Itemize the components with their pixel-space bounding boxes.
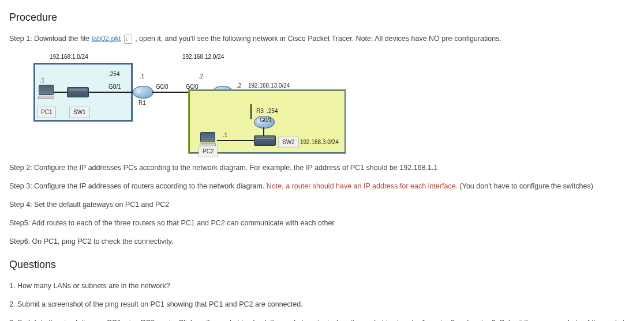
- step5-line: Step5: Add routes to each of the three r…: [9, 217, 635, 229]
- link-sw2-pc2: [217, 140, 254, 141]
- pc2-label: PC2: [199, 146, 218, 157]
- r1-g01-label: G0/1: [108, 82, 121, 92]
- pc2-icon: [200, 132, 216, 146]
- question-2: 2. Submit a screenshot of the ping resul…: [9, 299, 635, 310]
- sw1-label: SW1: [69, 107, 90, 118]
- link-r2-r3-v: [250, 104, 252, 119]
- pc2-ip-label: .1: [223, 131, 227, 140]
- question-1: 1. How many LANs or subnets are in the n…: [9, 280, 635, 292]
- download-icon[interactable]: [124, 35, 132, 44]
- r1-label: R1: [138, 99, 146, 108]
- pc1-icon: [38, 85, 54, 99]
- pc1-label: PC1: [37, 107, 56, 118]
- questions-heading: Questions: [9, 256, 635, 273]
- step3-line: Step 3: Configure the IP addresses of ro…: [9, 180, 635, 192]
- subnet-label-lan12: 192.168.12.0/24: [182, 52, 224, 62]
- step2-line: Step 2: Configure the IP addresses PCs a…: [9, 162, 635, 173]
- step1-suffix: , open it, and you'll see the following …: [135, 35, 501, 43]
- procedure-heading: Procedure: [9, 9, 635, 26]
- r2-left-ip-label: .2: [199, 72, 203, 81]
- sw2-icon: [254, 135, 276, 146]
- step3-prefix: Step 3: Configure the IP addresses of ro…: [9, 182, 267, 190]
- step6-line: Step6: On PC1, ping PC2 to check the con…: [9, 236, 635, 247]
- r3-name-label: R3: [256, 107, 264, 116]
- step1-prefix: Step 1: Download the file: [9, 35, 91, 43]
- step4-line: Step 4: Set the default gateways on PC1 …: [9, 199, 635, 210]
- r1-g00-label: G0/0: [156, 82, 169, 92]
- pc1-ip-label: .1: [40, 76, 44, 85]
- step3-note: Note, a router should have an IP address…: [267, 182, 458, 190]
- step1-line: Step 1: Download the file lab02.pkt , op…: [9, 33, 635, 44]
- question-3: 3. Switch to the simulation, on PC1, pin…: [9, 317, 635, 321]
- r1-icon: [133, 86, 153, 99]
- lan3-label: 192.168.3.0/24: [300, 138, 339, 147]
- sw2-label: SW2: [278, 137, 299, 148]
- file-link-lab02[interactable]: lab02.pkt: [91, 35, 121, 43]
- network-diagram: 192.168.1.0/24 192.168.12.0/24 .1 PC1 SW…: [15, 51, 373, 155]
- subnet-label-lan1: 192.168.1.0/24: [50, 52, 88, 62]
- r1-g00-ip-label: .1: [140, 72, 144, 81]
- step3-suffix: (You don't have to configure the switche…: [458, 182, 593, 190]
- r3-ip-label: .254: [267, 107, 278, 116]
- sw1-gw-label: .254: [108, 70, 119, 79]
- sw1-icon: [67, 87, 89, 97]
- r3-g01-label: G0/1: [260, 116, 272, 125]
- link-sw1-r1: [88, 92, 133, 93]
- link-pc1-sw1: [54, 92, 67, 93]
